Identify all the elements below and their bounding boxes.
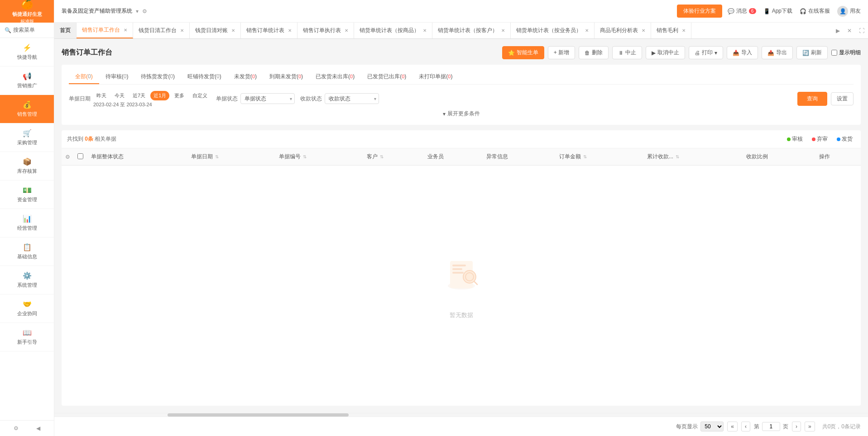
col-settings[interactable]: ⚙ bbox=[62, 148, 74, 166]
sidebar: 🍊 畅捷通好生意 标准版 🔍 搜索菜单 ⚡ 快捷导航 📢 营销推广 💰 销售管理… bbox=[0, 0, 54, 436]
payment-select[interactable]: 收款状态 bbox=[325, 93, 379, 104]
system-dropdown-icon[interactable]: ▾ bbox=[136, 8, 139, 14]
cancel-suspend-btn[interactable]: ▶ 取消中止 bbox=[646, 46, 685, 59]
settings-btn[interactable]: 设置 bbox=[831, 92, 854, 105]
select-all-checkbox[interactable] bbox=[77, 153, 83, 159]
export-btn[interactable]: 📤 导出 bbox=[762, 46, 793, 59]
tab-cargo-stat-product[interactable]: 销货单统计表（按商品） ✕ bbox=[354, 23, 432, 38]
col-collected[interactable]: 累计收款... ⇅ bbox=[643, 148, 743, 166]
tab-cash-daily[interactable]: 钱货日清工作台 ✕ bbox=[133, 23, 190, 38]
suspend-btn[interactable]: ⏸ 中止 bbox=[612, 46, 642, 59]
sidebar-item-guide[interactable]: 📖 新手引导 bbox=[0, 323, 54, 351]
review-btn[interactable]: 审核 bbox=[784, 134, 806, 144]
sales-icon: 💰 bbox=[23, 100, 32, 109]
filter-tab-overdue[interactable]: 到期未发货(0) bbox=[263, 70, 309, 84]
show-detail-checkbox[interactable] bbox=[831, 50, 837, 56]
tab-close-cargo-stat-customer[interactable]: ✕ bbox=[501, 28, 505, 33]
tab-close-cargo-stat-product[interactable]: ✕ bbox=[423, 28, 427, 33]
filter-tab-shipped-not-out[interactable]: 已发货未出库(0) bbox=[309, 70, 361, 84]
per-page-select[interactable]: 50 10 20 100 bbox=[700, 422, 724, 431]
tab-close-cash-daily[interactable]: ✕ bbox=[180, 28, 184, 33]
tab-sales-order[interactable]: 销售订单工作台 ✕ bbox=[77, 23, 133, 38]
tab-cargo-stat-customer[interactable]: 销货单统计表（按客户） ✕ bbox=[432, 23, 511, 38]
tab-sales-profit[interactable]: 销售毛利 ✕ bbox=[651, 23, 691, 38]
add-btn[interactable]: + 新增 bbox=[548, 46, 575, 59]
page-number-input[interactable] bbox=[762, 422, 780, 431]
sidebar-item-finance[interactable]: 💵 资金管理 bbox=[0, 180, 54, 209]
sidebar-settings-btn[interactable]: ⚙ bbox=[14, 425, 19, 431]
expand-more-btn[interactable]: ▾ 展开更多条件 bbox=[69, 108, 854, 119]
date-btn-1month[interactable]: 近1月 bbox=[150, 91, 169, 100]
topbar-actions: 💬 消息 6 📱 App下载 🎧 在线客服 👤 用友 bbox=[728, 6, 861, 17]
app-download-action[interactable]: 📱 App下载 bbox=[763, 7, 792, 15]
sidebar-item-sales[interactable]: 💰 销售管理 bbox=[0, 95, 54, 123]
payment-filter: 收款状态 收款状态 ▾ bbox=[300, 93, 379, 104]
date-btn-today[interactable]: 今天 bbox=[111, 91, 128, 100]
date-btn-yesterday[interactable]: 昨天 bbox=[93, 91, 110, 100]
tab-close-gross-margin[interactable]: ✕ bbox=[642, 28, 645, 33]
tab-close-sales-order[interactable]: ✕ bbox=[124, 28, 127, 33]
sidebar-item-marketing[interactable]: 📢 营销推广 bbox=[0, 66, 54, 95]
sidebar-item-inventory[interactable]: 📦 库存核算 bbox=[0, 152, 54, 180]
tab-close-all[interactable]: ✕ bbox=[844, 28, 855, 34]
tab-scroll-right[interactable]: ▶ bbox=[832, 28, 844, 34]
tab-close-sales-profit[interactable]: ✕ bbox=[682, 28, 686, 33]
filter-tab-pending-inspect[interactable]: 待拣货发货(0) bbox=[134, 70, 181, 84]
trial-btn[interactable]: 体验行业方案 bbox=[677, 5, 722, 18]
tab-close-cash-reconcile[interactable]: ✕ bbox=[231, 28, 235, 33]
col-date[interactable]: 单据日期 ⇅ bbox=[187, 148, 275, 166]
tab-close-sales-stat[interactable]: ✕ bbox=[288, 28, 292, 33]
next-page-btn[interactable]: › bbox=[792, 422, 801, 431]
filter-tab-pending-review[interactable]: 待审核(0) bbox=[99, 70, 135, 84]
sidebar-item-cooperation[interactable]: 🤝 企业协同 bbox=[0, 294, 54, 323]
filter-tab-not-printed[interactable]: 未打印单据(0) bbox=[412, 70, 459, 84]
filter-tab-all[interactable]: 全部(0) bbox=[69, 70, 99, 84]
smart-create-btn[interactable]: ⭐ 智能生单 bbox=[502, 46, 544, 59]
col-number[interactable]: 单据编号 ⇅ bbox=[275, 148, 363, 166]
settings-icon[interactable]: ⚙ bbox=[142, 8, 147, 14]
print-btn[interactable]: 🖨 打印 ▾ bbox=[689, 46, 723, 59]
query-btn[interactable]: 查询 bbox=[797, 92, 827, 106]
first-page-btn[interactable]: « bbox=[727, 422, 738, 431]
sidebar-search[interactable]: 🔍 搜索菜单 bbox=[0, 23, 54, 38]
user-action[interactable]: 👤 用友 bbox=[837, 6, 861, 17]
col-amount[interactable]: 订单金额 ⇅ bbox=[556, 148, 643, 166]
date-btn-more[interactable]: 更多 bbox=[171, 91, 187, 100]
ship-btn[interactable]: 发货 bbox=[834, 134, 855, 144]
message-action[interactable]: 💬 消息 6 bbox=[728, 7, 756, 15]
date-btn-custom[interactable]: 自定义 bbox=[189, 91, 211, 100]
status-select[interactable]: 单据状态 bbox=[240, 93, 295, 104]
import-btn[interactable]: 📥 导入 bbox=[727, 46, 758, 59]
prev-page-btn[interactable]: ‹ bbox=[741, 422, 750, 431]
scrollbar-thumb[interactable] bbox=[168, 413, 349, 417]
sidebar-item-quick-nav[interactable]: ⚡ 快捷导航 bbox=[0, 38, 54, 66]
sidebar-item-purchase[interactable]: 🛒 采购管理 bbox=[0, 123, 54, 152]
cancel-review-btn[interactable]: 弃审 bbox=[809, 134, 830, 144]
tab-maximize[interactable]: ⛶ bbox=[855, 28, 868, 34]
delete-btn[interactable]: 🗑 删除 bbox=[579, 46, 609, 59]
tab-gross-margin[interactable]: 商品毛利分析表 ✕ bbox=[595, 23, 651, 38]
sidebar-item-operations[interactable]: 📊 经营管理 bbox=[0, 209, 54, 237]
horizontal-scrollbar[interactable] bbox=[54, 413, 868, 417]
tab-cash-reconcile[interactable]: 钱货日清对账 ✕ bbox=[190, 23, 241, 38]
sidebar-item-basic-info[interactable]: 📋 基础信息 bbox=[0, 237, 54, 266]
filter-tab-not-shipped[interactable]: 未发货(0) bbox=[228, 70, 263, 84]
tab-sales-exec[interactable]: 销售订单执行表 ✕ bbox=[297, 23, 354, 38]
amount-sort-icon: ⇅ bbox=[583, 154, 587, 159]
sidebar-item-system[interactable]: ⚙️ 系统管理 bbox=[0, 266, 54, 294]
tab-home[interactable]: 首页 bbox=[54, 23, 77, 38]
show-detail-toggle[interactable]: 显示明细 bbox=[831, 49, 861, 57]
filter-tab-wangpu-pending[interactable]: 旺铺待发货(0) bbox=[181, 70, 228, 84]
tab-close-cargo-stat-salesman[interactable]: ✕ bbox=[585, 28, 589, 33]
date-btn-7days[interactable]: 近7天 bbox=[129, 91, 149, 100]
tab-sales-stat[interactable]: 销售订单统计表 ✕ bbox=[241, 23, 297, 38]
filter-tab-shipped-out[interactable]: 已发货已出库(0) bbox=[361, 70, 412, 84]
online-service-action[interactable]: 🎧 在线客服 bbox=[800, 7, 830, 15]
tab-close-sales-exec[interactable]: ✕ bbox=[345, 28, 348, 33]
refresh-btn[interactable]: 🔄 刷新 bbox=[796, 46, 828, 59]
tab-cargo-stat-salesman[interactable]: 销货单统计表（按业务员） ✕ bbox=[511, 23, 595, 38]
sidebar-collapse-btn[interactable]: ◀ bbox=[36, 425, 40, 431]
table-header-bar: 共找到 0条 相关单据 审核 弃审 发货 bbox=[62, 130, 861, 148]
last-page-btn[interactable]: » bbox=[805, 422, 815, 431]
col-customer[interactable]: 客户 ⇅ bbox=[363, 148, 424, 166]
